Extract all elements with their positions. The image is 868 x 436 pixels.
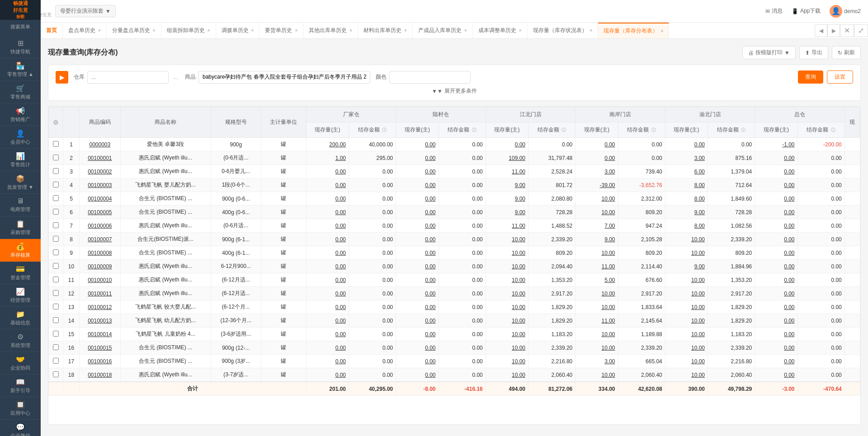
sidebar-item-kucun[interactable]: 💰 库存核算 <box>0 239 41 262</box>
code-link[interactable]: 00100009 <box>88 263 112 270</box>
tab-pandian-close[interactable]: × <box>98 28 101 33</box>
sidebar-item-yingxiao[interactable]: 📢 营销推广 <box>0 103 41 126</box>
sidebar-item-yingyong[interactable]: 🔲 应用中心 <box>0 397 41 420</box>
print-btn[interactable]: 🖨 按模版打印 ▼ <box>742 46 796 59</box>
code-link[interactable]: 00100011 <box>88 291 112 297</box>
row-checkbox[interactable] <box>53 290 59 296</box>
sidebar-item-tongji[interactable]: 📊 零售统计 <box>0 149 41 171</box>
cell-checkbox[interactable] <box>49 368 63 382</box>
tab-cailiaochu-close[interactable]: × <box>404 28 407 33</box>
row-checkbox[interactable] <box>53 209 59 215</box>
cell-checkbox[interactable] <box>49 192 63 206</box>
sidebar-item-huiyuan[interactable]: 👤 会员中心 <box>0 126 41 149</box>
sidebar-item-xitong[interactable]: ⚙ 系统管理 <box>0 329 41 352</box>
tab-zuzhuan-close[interactable]: × <box>208 28 210 33</box>
row-checkbox[interactable] <box>53 236 59 242</box>
tab-kucunzhuangkuang-close[interactable]: × <box>590 28 593 33</box>
row-checkbox[interactable] <box>53 168 59 174</box>
row-checkbox[interactable] <box>53 155 59 160</box>
code-link[interactable]: 00100013 <box>88 318 112 324</box>
sidebar-item-dianshang[interactable]: 🖥 电商管理 <box>0 194 41 216</box>
sidebar-item-lingshougly[interactable]: 🏪 零售管理 ▲ <box>0 58 41 81</box>
cell-checkbox[interactable] <box>49 341 63 355</box>
warehouse-dots[interactable]: ... <box>171 74 179 80</box>
cell-checkbox[interactable] <box>49 355 63 368</box>
tab-fenpandian-close[interactable]: × <box>153 28 156 33</box>
code-link[interactable]: 00100010 <box>88 277 112 283</box>
sidebar-item-jichu[interactable]: 📁 基础信息 <box>0 307 41 329</box>
color-input[interactable] <box>389 71 471 84</box>
row-checkbox[interactable] <box>53 317 59 323</box>
cell-checkbox[interactable] <box>49 287 63 300</box>
sidebar-item-shangcheng[interactable]: 🛒 零售商城 <box>0 81 41 103</box>
na-amt-info-icon[interactable]: ⓘ <box>651 127 656 132</box>
row-checkbox[interactable] <box>53 249 59 255</box>
row-checkbox[interactable] <box>53 195 59 201</box>
message-btn[interactable]: ✉ 消息 <box>765 7 783 15</box>
tab-diaoBo[interactable]: 调拨单历史 × <box>216 23 260 39</box>
tab-kucunzhuangkuang[interactable]: 现存量（库存状况表） × <box>528 23 599 39</box>
row-checkbox[interactable] <box>53 263 59 269</box>
tab-home[interactable]: 首页 <box>41 23 63 39</box>
code-link[interactable]: 00100018 <box>88 372 112 378</box>
code-link[interactable]: 00100012 <box>88 304 112 310</box>
expand-conditions-btn[interactable]: ▼▼ 展开更多条件 <box>432 87 477 95</box>
industry-selector[interactable]: 母婴行业演示陈套 ▼ <box>55 5 116 17</box>
code-link[interactable]: 00100014 <box>88 331 112 338</box>
query-btn[interactable]: 查询 <box>798 70 823 84</box>
row-checkbox[interactable] <box>53 304 59 309</box>
tab-chengben[interactable]: 成本调整单历史 × <box>473 23 528 39</box>
row-checkbox[interactable] <box>53 222 59 228</box>
tab-chengben-close[interactable]: × <box>519 28 522 33</box>
tab-cailiaochu[interactable]: 材料出库单历史 × <box>358 23 413 39</box>
row-checkbox[interactable] <box>53 277 59 282</box>
yb-amt-info-icon[interactable]: ⓘ <box>741 127 745 132</box>
tab-chuku-close[interactable]: × <box>349 28 352 33</box>
sidebar-item-kuaijie[interactable]: ⊞ 快捷导航 <box>0 36 41 58</box>
code-link[interactable]: 00100003 <box>88 182 112 188</box>
code-link[interactable]: 00100016 <box>88 358 112 365</box>
sidebar-item-weixin[interactable]: 💬 企业微信 <box>0 420 41 436</box>
code-link[interactable]: 00100015 <box>88 345 112 351</box>
warehouse-input[interactable] <box>87 71 169 84</box>
tab-kucunfenbu[interactable]: 现存量（库存分布表） × <box>598 23 669 39</box>
export-btn[interactable]: ⬆ 导出 <box>799 46 828 59</box>
nav-close-all-btn[interactable]: ✕ <box>840 24 854 37</box>
code-link[interactable]: 00100006 <box>88 223 112 229</box>
cell-checkbox[interactable] <box>49 300 63 314</box>
sidebar-item-xinshou[interactable]: 📖 新手引导 <box>0 375 41 397</box>
tab-fenpandian[interactable]: 分量盘点单历史 × <box>107 23 161 39</box>
settings-btn[interactable]: 设置 <box>827 70 853 84</box>
row-checkbox[interactable] <box>53 344 59 350</box>
code-link[interactable]: 00100002 <box>88 169 112 175</box>
tab-chuku[interactable]: 其他出库单历史 × <box>303 23 358 39</box>
tab-pandian[interactable]: 盘点单历史 × <box>63 23 107 39</box>
row-checkbox[interactable] <box>53 182 59 188</box>
sidebar-item-pifa[interactable]: 📦 批发管理 ▼ <box>0 171 41 194</box>
user-area[interactable]: 👤 demo2 <box>830 5 861 18</box>
sidebar-item-caigou[interactable]: 📋 采购管理 <box>0 216 41 239</box>
tab-chengpin[interactable]: 产成品入库单历史 × <box>413 23 473 39</box>
sidebar-item-jingying[interactable]: 📈 经营管理 <box>0 284 41 307</box>
cell-checkbox[interactable] <box>49 314 63 328</box>
cell-checkbox[interactable] <box>49 151 63 165</box>
nav-expand-btn[interactable]: ⤢ <box>854 24 868 37</box>
tab-zuzhuan[interactable]: 组装拆卸单历史 × <box>161 23 216 39</box>
row-checkbox[interactable] <box>53 141 59 147</box>
app-download-btn[interactable]: 📱 App下载 <box>792 7 821 15</box>
nav-prev-btn[interactable]: ◀ <box>815 24 827 37</box>
code-link[interactable]: 00100005 <box>88 209 112 216</box>
sidebar-item-zijin[interactable]: 💳 资金管理 <box>0 262 41 284</box>
tab-yaohuo-close[interactable]: × <box>295 28 297 33</box>
fj-amt-info-icon[interactable]: ⓘ <box>382 127 387 132</box>
tab-yaohuo[interactable]: 要货单历史 × <box>259 23 303 39</box>
cell-checkbox[interactable] <box>49 260 63 273</box>
cell-checkbox[interactable] <box>49 219 63 233</box>
code-link[interactable]: 00100007 <box>88 236 112 243</box>
nav-next-btn[interactable]: ▶ <box>827 24 840 37</box>
sidebar-item-xietong[interactable]: 🤝 企业协同 <box>0 352 41 375</box>
code-link[interactable]: 00100004 <box>88 196 112 202</box>
code-link[interactable]: 0000003 <box>89 141 110 148</box>
code-link[interactable]: 00100001 <box>88 155 112 161</box>
refresh-btn[interactable]: ↻ 刷新 <box>832 46 861 59</box>
